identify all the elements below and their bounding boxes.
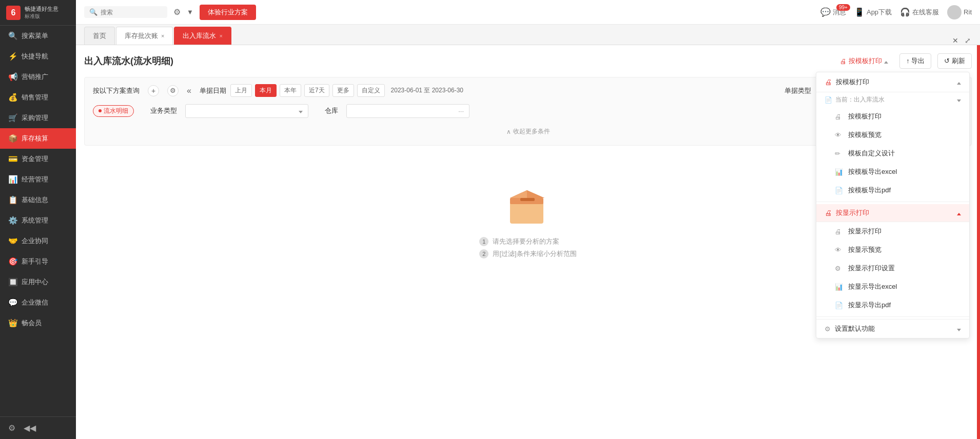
topbar-settings-icon[interactable]: ⚙: [173, 7, 181, 17]
sidebar-item-label: 快捷导航: [22, 52, 48, 61]
trial-industry-button[interactable]: 体验行业方案: [200, 5, 256, 20]
sidebar-item-label: 应用中心: [22, 277, 48, 287]
dropdown-template-export-excel-item[interactable]: 📊 按模板导出excel: [816, 163, 969, 181]
date-this-year-btn[interactable]: 本年: [280, 84, 301, 97]
empty-step-2: 2 用[过滤]条件来缩小分析范围: [479, 249, 576, 258]
sidebar-item-newbie[interactable]: 🎯 新手引导: [0, 251, 76, 272]
message-item[interactable]: 💬 消息 99+: [820, 7, 846, 17]
sidebar-item-operations[interactable]: 📊 经营管理: [0, 169, 76, 190]
dropdown-footer[interactable]: ⚙ 设置默认功能: [816, 319, 969, 338]
date-custom-btn[interactable]: 自定义: [357, 84, 385, 97]
template-preview-item-label: 按模板预览: [848, 130, 881, 139]
online-service-item[interactable]: 🎧 在线客服: [900, 7, 939, 17]
template-custom-item-label: 模板自定义设计: [848, 149, 895, 158]
refresh-icon: ↺: [944, 57, 950, 65]
sidebar-item-search[interactable]: 🔍 搜索菜单: [0, 26, 76, 46]
topbar-dropdown-icon[interactable]: ▼: [187, 8, 193, 16]
sidebar-item-system[interactable]: ⚙️ 系统管理: [0, 210, 76, 231]
template-print-button[interactable]: 🖨 按模板打印: [835, 54, 893, 68]
dropdown-display-export-pdf-item[interactable]: 📄 按显示导出pdf: [816, 296, 969, 314]
export-button[interactable]: ↑ 导出: [899, 53, 931, 69]
template-preview-item-icon: 👁: [835, 131, 843, 139]
app-logo-icon: 6: [6, 6, 21, 20]
sidebar-item-inventory[interactable]: 📦 库存核算: [0, 128, 76, 149]
sidebar-item-member[interactable]: 👑 畅会员: [0, 313, 76, 333]
dropdown-template-print-item[interactable]: 🖨 按模板打印: [816, 107, 969, 126]
sidebar-item-finance[interactable]: 💳 资金管理: [0, 149, 76, 169]
settings-bottom-icon[interactable]: ⚙: [8, 423, 15, 433]
topbar: 🔍 ⚙ ▼ 体验行业方案 💬 消息 99+ 📱 App下载 🎧 在线客服: [76, 0, 980, 25]
chat-icon: 💬: [8, 298, 17, 307]
window-maximize-icon[interactable]: ⤢: [964, 36, 972, 45]
tab-stock-flow[interactable]: 出入库流水 ×: [174, 27, 231, 45]
display-print-settings-label: 按显示打印设置: [848, 264, 895, 273]
search-input[interactable]: [101, 9, 162, 16]
tab-stock-flow-close[interactable]: ×: [219, 33, 222, 39]
filter-add-button[interactable]: +: [148, 85, 159, 96]
grid-icon: 🔲: [8, 277, 17, 287]
tab-home-label: 首页: [93, 31, 106, 41]
ellipsis-icon: ···: [458, 107, 464, 115]
date-last-month-btn[interactable]: 上月: [230, 84, 252, 97]
dropdown-display-export-excel-item[interactable]: 📊 按显示导出excel: [816, 277, 969, 296]
date-more-btn[interactable]: 更多: [332, 84, 354, 97]
sidebar-item-marketing[interactable]: 📢 营销推广: [0, 67, 76, 87]
page-title: 出入库流水(流水明细): [84, 55, 173, 67]
search-topbar-icon: 🔍: [89, 8, 97, 16]
step-2-text: 用[过滤]条件来缩小分析范围: [493, 249, 576, 258]
topbar-search-box[interactable]: 🔍: [84, 6, 167, 18]
dropdown-template-custom-item[interactable]: ✏ 模板自定义设计: [816, 144, 969, 163]
tab-batch-account-close[interactable]: ×: [161, 33, 164, 39]
window-close-icon[interactable]: ✕: [951, 36, 959, 45]
filter-collapse-button[interactable]: «: [187, 86, 191, 95]
display-preview-item-label: 按显示预览: [848, 245, 881, 254]
sidebar-item-label: 营销推广: [22, 72, 48, 82]
sidebar-item-quick-nav[interactable]: ⚡ 快捷导航: [0, 46, 76, 67]
sidebar-item-purchase[interactable]: 🛒 采购管理: [0, 108, 76, 128]
user-avatar-item[interactable]: Rit: [947, 5, 972, 19]
dropdown-display-preview-item[interactable]: 👁 按显示预览: [816, 241, 969, 259]
display-print-section-header[interactable]: 🖨 按显示打印: [816, 204, 969, 222]
user-avatar: [947, 5, 962, 19]
sidebar-item-basic-info[interactable]: 📋 基础信息: [0, 190, 76, 210]
dropdown-template-preview-item[interactable]: 👁 按模板预览: [816, 126, 969, 144]
display-print-header-icon: 🖨: [825, 209, 832, 217]
step-1-text: 请先选择要分析的方案: [493, 237, 559, 246]
dropdown-divider-2: [816, 316, 969, 317]
display-print-item-label: 按显示打印: [848, 227, 881, 236]
dropdown-display-print-settings-item[interactable]: ⚙ 按显示打印设置: [816, 259, 969, 277]
export-icon: ↑: [906, 57, 910, 65]
refresh-button[interactable]: ↺ 刷新: [937, 53, 972, 69]
topbar-left: 🔍 ⚙ ▼ 体验行业方案: [84, 5, 256, 20]
dropdown-display-print-item[interactable]: 🖨 按显示打印: [816, 222, 969, 241]
svg-rect-5: [520, 198, 535, 201]
sidebar-item-wechat[interactable]: 💬 企业微信: [0, 292, 76, 313]
sidebar-item-label: 搜索菜单: [22, 31, 48, 41]
lightning-icon: ⚡: [8, 52, 17, 61]
resize-handle[interactable]: [977, 45, 980, 439]
sidebar-item-app-center[interactable]: 🔲 应用中心: [0, 272, 76, 292]
sidebar-item-label: 资金管理: [22, 154, 48, 164]
warehouse-select[interactable]: ···: [346, 104, 469, 118]
tab-batch-account[interactable]: 库存批次账 ×: [116, 27, 173, 45]
tab-home[interactable]: 首页: [84, 27, 115, 45]
topbar-right: 💬 消息 99+ 📱 App下载 🎧 在线客服 Rit: [820, 5, 972, 19]
main-content: 出入库流水(流水明细) 🖨 按模板打印 ↑ 导出 ↺ 刷新: [76, 45, 980, 439]
business-type-select[interactable]: [185, 104, 308, 118]
date-last-7-days-btn[interactable]: 近7天: [304, 84, 329, 97]
dropdown-template-export-pdf-item[interactable]: 📄 按模板导出pdf: [816, 181, 969, 199]
filter-tag-flow-detail[interactable]: 流水明细: [93, 105, 134, 117]
sidebar-item-sales[interactable]: 💰 销售管理: [0, 87, 76, 108]
filter-date-options: 上月 本月 本年 近7天 更多 自定义: [230, 84, 385, 97]
collapse-sidebar-icon[interactable]: ◀◀: [24, 423, 36, 433]
sidebar-item-enterprise[interactable]: 🤝 企业协同: [0, 231, 76, 251]
app-download-item[interactable]: 📱 App下载: [854, 7, 892, 17]
gear-icon: ⚙️: [8, 216, 17, 225]
tab-bar: 首页 库存批次账 × 出入库流水 × ✕ ⤢: [76, 25, 980, 45]
sidebar-item-label: 企业微信: [22, 298, 48, 307]
filter-date-range: 2023-06-01 至 2023-06-30: [391, 86, 463, 95]
date-this-month-btn[interactable]: 本月: [255, 84, 277, 97]
dropdown-header[interactable]: 🖨 按模板打印: [816, 72, 969, 92]
filter-settings-button[interactable]: ⚙: [167, 85, 179, 96]
display-preview-item-icon: 👁: [835, 246, 843, 254]
